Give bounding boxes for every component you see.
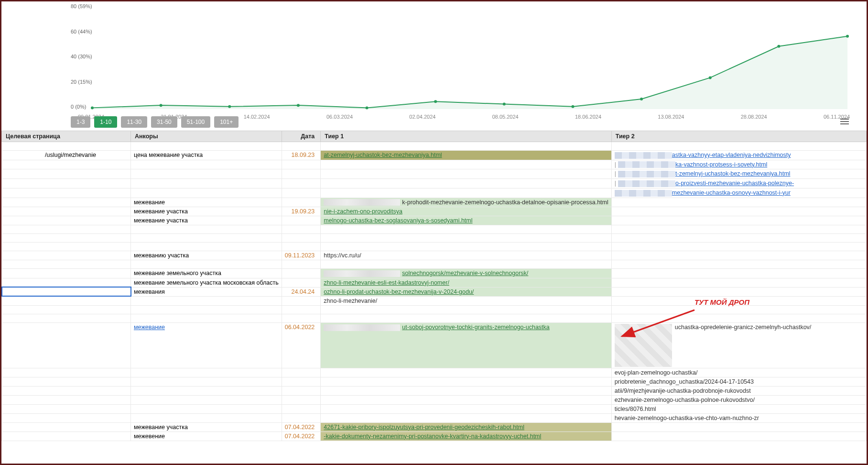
range-button-31-50[interactable]: 31-50	[151, 116, 177, 128]
cell-anchor[interactable]	[131, 377, 282, 386]
cell-tier1[interactable]	[321, 188, 611, 198]
cell-target[interactable]	[2, 260, 131, 269]
cell-anchor[interactable]	[131, 234, 282, 243]
cell-target[interactable]	[2, 269, 131, 278]
cell-tier2[interactable]	[611, 305, 866, 314]
cell-target[interactable]: /uslugi/mezhevanie	[2, 151, 131, 160]
cell-target[interactable]	[2, 188, 131, 198]
cell-tier1[interactable]: https://vc.ru/u/	[321, 251, 611, 260]
cell-date[interactable]: 18.09.23	[282, 151, 321, 160]
cell-anchor[interactable]: межевание земельного участка	[131, 269, 282, 278]
cell-tier2[interactable]	[611, 422, 866, 432]
cell-tier1[interactable]	[321, 314, 611, 322]
cell-target[interactable]	[2, 386, 131, 395]
cell-date[interactable]	[282, 243, 321, 251]
cell-tier1[interactable]	[321, 305, 611, 314]
cell-anchor[interactable]: межевание земельного участка московская …	[131, 278, 282, 287]
cell-target[interactable]	[2, 432, 131, 441]
cell-anchor[interactable]: цена межевание участка	[131, 151, 282, 160]
cell-tier1[interactable]	[321, 404, 611, 413]
cell-anchor[interactable]: межевание участка	[131, 216, 282, 225]
range-button-101+[interactable]: 101+	[214, 116, 239, 128]
cell-date[interactable]: 07.04.2022	[282, 422, 321, 432]
cell-target[interactable]	[2, 395, 131, 404]
cell-anchor[interactable]	[131, 260, 282, 269]
cell-target[interactable]	[2, 216, 131, 225]
cell-tier1[interactable]	[321, 179, 611, 188]
cell-date[interactable]	[282, 395, 321, 404]
cell-anchor[interactable]	[131, 160, 282, 169]
range-button-51-100[interactable]: 51-100	[181, 116, 210, 128]
cell-tier2[interactable]	[611, 142, 866, 151]
cell-anchor[interactable]	[131, 169, 282, 179]
cell-anchor[interactable]: межевение	[131, 432, 282, 441]
cell-target[interactable]	[2, 179, 131, 188]
cell-tier2[interactable]: |t-zemelnyj-uchastok-bez-mezhevaniya.htm…	[611, 169, 866, 179]
cell-target[interactable]	[2, 169, 131, 179]
cell-target[interactable]	[2, 368, 131, 377]
cell-tier2[interactable]: atii/9/mjezhjevanije-uchastka-podrobnoje…	[611, 386, 866, 395]
cell-tier2[interactable]	[611, 234, 866, 243]
cell-tier1[interactable]: k-prohodit-mezhevanie-zemelnogo-uchastka…	[321, 198, 611, 207]
cell-date[interactable]	[282, 142, 321, 151]
cell-tier2[interactable]	[611, 225, 866, 234]
range-button-1-10[interactable]: 1-10	[94, 116, 117, 128]
cell-target[interactable]	[2, 225, 131, 234]
cell-anchor[interactable]	[131, 225, 282, 234]
cell-tier1[interactable]	[321, 169, 611, 179]
cell-anchor[interactable]	[131, 395, 282, 404]
cell-tier1[interactable]: zhno-li-mezhevanie/	[321, 296, 611, 305]
cell-date[interactable]	[282, 305, 321, 314]
cell-tier1[interactable]	[321, 386, 611, 395]
cell-tier1[interactable]: solnechnogorsk/mezhevanie-v-solnechnogor…	[321, 269, 611, 278]
cell-anchor[interactable]	[131, 314, 282, 322]
cell-tier1[interactable]	[321, 395, 611, 404]
cell-tier1[interactable]	[321, 368, 611, 377]
cell-anchor[interactable]: межевание участка	[131, 422, 282, 432]
cell-date[interactable]	[282, 160, 321, 169]
header-tier2[interactable]: Тиер 2	[611, 131, 866, 142]
cell-tier2[interactable]: hevanie-zemelnogo-uchastka-vse-chto-vam-…	[611, 413, 866, 422]
cell-tier1[interactable]	[321, 377, 611, 386]
cell-date[interactable]	[282, 296, 321, 305]
cell-anchor[interactable]	[131, 188, 282, 198]
cell-anchor[interactable]	[131, 243, 282, 251]
chart-menu-icon[interactable]	[840, 117, 850, 127]
cell-tier2[interactable]: astka-vazhnyy-etap-vladeniya-nedvizhimos…	[611, 151, 866, 160]
cell-tier2[interactable]	[611, 269, 866, 278]
cell-date[interactable]: 07.04.2022	[282, 432, 321, 441]
cell-tier1[interactable]: at-zemelnyj-uchastok-bez-mezhevaniya.htm…	[321, 151, 611, 160]
cell-tier1[interactable]	[321, 243, 611, 251]
cell-date[interactable]: 09.11.2023	[282, 251, 321, 260]
range-button-11-30[interactable]: 11-30	[121, 116, 147, 128]
cell-date[interactable]	[282, 179, 321, 188]
cell-anchor[interactable]: межевание	[131, 322, 282, 368]
cell-tier1[interactable]: melnogo-uchastka-bez-soglasovaniya-s-sos…	[321, 216, 611, 225]
cell-tier1[interactable]	[321, 260, 611, 269]
cell-date[interactable]	[282, 225, 321, 234]
cell-tier2[interactable]: uchastka-opredelenie-granicz-zemelnyh-uc…	[611, 322, 866, 368]
cell-anchor[interactable]	[131, 413, 282, 422]
cell-tier2[interactable]	[611, 207, 866, 216]
cell-date[interactable]	[282, 314, 321, 322]
cell-target[interactable]	[2, 243, 131, 251]
range-button-1-3[interactable]: 1-3	[71, 116, 90, 128]
cell-date[interactable]	[282, 404, 321, 413]
cell-tier1[interactable]: ozhno-li-prodat-uchastok-bez-mezhevanija…	[321, 287, 611, 296]
cell-tier1[interactable]: -kakie-dokumenty-nezamenimy-pri-postanov…	[321, 432, 611, 441]
cell-anchor[interactable]	[131, 305, 282, 314]
cell-tier2[interactable]: |ka-vazhnost-protsess-i-sovety.html	[611, 160, 866, 169]
cell-target[interactable]	[2, 251, 131, 260]
cell-date[interactable]	[282, 169, 321, 179]
cell-anchor[interactable]	[131, 404, 282, 413]
cell-tier2[interactable]	[611, 432, 866, 441]
cell-tier2[interactable]	[611, 251, 866, 260]
cell-tier2[interactable]	[611, 314, 866, 322]
cell-date[interactable]	[282, 216, 321, 225]
cell-anchor[interactable]: межевание участка	[131, 207, 282, 216]
cell-tier1[interactable]: ut-soboj-povorotnye-tochki-granits-zemel…	[321, 322, 611, 368]
cell-tier2[interactable]: mezhevanie-uchastka-osnovy-vazhnost-i-yu…	[611, 188, 866, 198]
cell-tier2[interactable]: evoj-plan-zemelnogo-uchastka/	[611, 368, 866, 377]
header-tier1[interactable]: Тиер 1	[321, 131, 611, 142]
cell-tier2[interactable]	[611, 198, 866, 207]
